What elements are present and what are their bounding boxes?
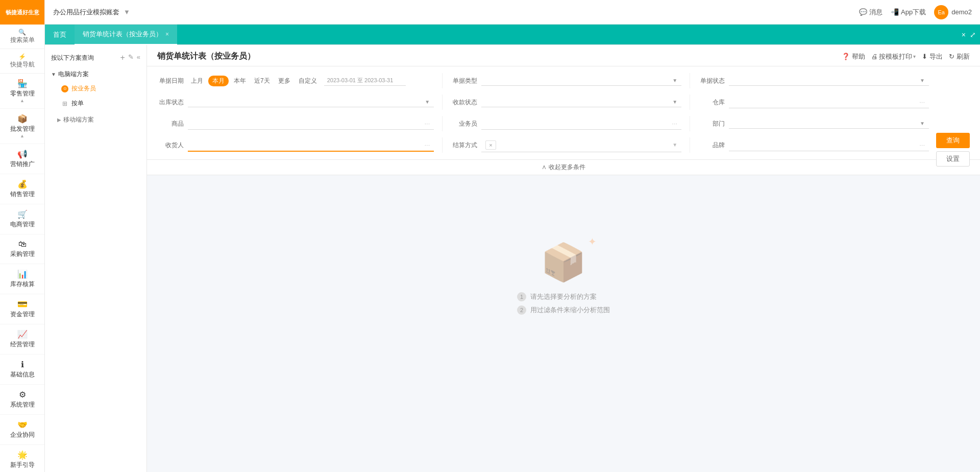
filter-outstatus: 出库状态 ▼ <box>157 94 434 110</box>
sidebar-item-purchase[interactable]: 🛍 采购管理 <box>0 234 44 264</box>
collapse-icon: ∧ <box>542 163 548 171</box>
search-menu-item[interactable]: 🔍 搜索菜单 <box>0 25 44 49</box>
message-button[interactable]: 💬 消息 <box>859 8 883 17</box>
filter-doctype: 单据类型 ▼ <box>451 73 681 89</box>
settings-button[interactable]: 设置 <box>936 151 970 167</box>
sidebar-item-marketing[interactable]: 📢 营销推广 <box>0 144 44 174</box>
recvstatus-select[interactable]: ▼ <box>481 97 681 107</box>
marketing-icon: 📢 <box>2 149 42 159</box>
sidebar-item-basic[interactable]: ℹ 基础信息 <box>0 355 44 385</box>
refresh-button[interactable]: ↻ 刷新 <box>949 52 970 61</box>
goods-dots: ··· <box>424 120 430 127</box>
recvstatus-label: 收款状态 <box>451 98 477 107</box>
left-panel-header: 按以下方案查询 + ✎ « <box>45 50 146 65</box>
sidebar-item-newbie[interactable]: 🌟 新手引导 <box>0 445 44 472</box>
add-scheme-icon[interactable]: + <box>120 53 125 62</box>
desktop-scheme-title[interactable]: ▼ 电脑端方案 <box>45 67 146 81</box>
retail-arrow: ▲ <box>2 98 42 103</box>
edit-scheme-icon[interactable]: ✎ <box>128 53 134 62</box>
date-tab-custom[interactable]: 自定义 <box>296 76 320 86</box>
settle-tag-close[interactable]: × <box>489 142 492 148</box>
header-title: 办公用品行业模拟账套 <box>53 8 119 17</box>
collapse-panel-icon[interactable]: « <box>137 53 140 62</box>
scheme-item-order[interactable]: ⊞ 按单 <box>45 96 146 111</box>
operations-icon: 📈 <box>2 329 42 339</box>
dept-select[interactable]: ▼ <box>729 119 929 129</box>
tab-home[interactable]: 首页 <box>45 25 75 45</box>
app-logo[interactable]: 畅捷通好生意 <box>0 0 44 25</box>
date-tab-thismonth[interactable]: 本月 <box>208 76 229 86</box>
refresh-label: 刷新 <box>957 52 970 61</box>
salesman-field[interactable]: ··· <box>481 117 681 130</box>
date-tab-more[interactable]: 更多 <box>275 76 293 86</box>
filter-date: 单据日期 上月 本月 本年 近7天 更多 自定义 20 <box>157 73 434 89</box>
collab-label: 企业协同 <box>2 431 42 439</box>
date-tab-thisyear[interactable]: 本年 <box>231 76 249 86</box>
separator-6 <box>690 116 690 131</box>
docstatus-select[interactable]: ▼ <box>729 76 929 86</box>
date-range-value[interactable]: 2023-03-01 至 2023-03-31 <box>324 76 406 86</box>
tab-sales-stat[interactable]: 销货单统计表（按业务员） × <box>75 25 177 45</box>
wholesale-icon: 📦 <box>2 114 42 124</box>
collapse-label: 收起更多条件 <box>549 163 585 171</box>
tabs-controls: × ⤢ <box>962 31 980 39</box>
sidebar-item-operations[interactable]: 📈 经营管理 <box>0 324 44 355</box>
print-label: 按模板打印 <box>879 52 912 61</box>
sidebar-item-sales[interactable]: 💰 销售管理 <box>0 174 44 204</box>
desktop-scheme-label: 电脑端方案 <box>58 70 89 79</box>
sidebar-item-wholesale[interactable]: 📦 批发管理 ▲ <box>0 109 44 144</box>
content-body: 📦 ✦ 1 请先选择要分析的方案 2 用过滤条件来缩小分析范围 <box>147 175 980 380</box>
sidebar-item-inventory[interactable]: 📊 库存核算 <box>0 264 44 294</box>
tab-close-icon[interactable]: × <box>165 31 169 38</box>
scheme-salesman-label: 按业务员 <box>71 84 96 93</box>
filter-row-3: 商品 ··· 业务员 ··· <box>157 115 929 132</box>
brand-dots: ··· <box>919 141 925 149</box>
date-tab-7days[interactable]: 近7天 <box>251 76 273 86</box>
filter-brand: 品牌 ··· <box>698 137 929 153</box>
help-button[interactable]: ❓ 帮助 <box>842 52 865 61</box>
docstatus-arrow: ▼ <box>920 78 925 83</box>
tab-close-button[interactable]: × <box>962 31 966 39</box>
purchase-icon: 🛍 <box>2 240 42 249</box>
outstatus-select[interactable]: ▼ <box>188 97 434 107</box>
goods-field[interactable]: ··· <box>188 117 434 130</box>
sidebar-item-finance[interactable]: 💳 资金管理 <box>0 294 44 324</box>
basic-icon: ℹ <box>2 360 42 369</box>
quick-nav-item[interactable]: ⚡ 快捷导航 <box>0 49 44 74</box>
tab-maximize-button[interactable]: ⤢ <box>970 31 976 39</box>
settle-field[interactable]: × ▼ <box>481 138 681 152</box>
basic-label: 基础信息 <box>2 370 42 379</box>
header-dropdown-icon[interactable]: ▼ <box>124 8 130 16</box>
sidebar-item-system[interactable]: ⚙ 系统管理 <box>0 385 44 415</box>
empty-tip-1: 1 请先选择要分析的方案 <box>517 292 610 301</box>
warehouse-dots: ··· <box>919 98 925 106</box>
dept-label: 部门 <box>698 120 725 128</box>
mobile-scheme-group[interactable]: ▶ 移动端方案 <box>45 113 146 127</box>
scheme-order-label: 按单 <box>71 99 84 108</box>
header-left: 办公用品行业模拟账套 ▼ <box>53 8 130 17</box>
ecommerce-label: 电商管理 <box>2 220 42 229</box>
sidebar-item-ecommerce[interactable]: 🛒 电商管理 <box>0 204 44 234</box>
search-icon: 🔍 <box>3 29 41 36</box>
warehouse-field[interactable]: ··· <box>729 96 929 108</box>
outstatus-label: 出库状态 <box>157 98 184 107</box>
desktop-scheme-group: ▼ 电脑端方案 ⊙ 按业务员 ⊞ 按单 <box>45 65 146 113</box>
scheme-active-dot: ⊙ <box>61 85 68 92</box>
collapse-button[interactable]: ∧ 收起更多条件 <box>542 163 585 171</box>
scheme-item-salesman[interactable]: ⊙ 按业务员 <box>45 81 146 96</box>
query-button[interactable]: 查询 <box>936 133 970 148</box>
print-button[interactable]: 🖨 按模板打印 ▾ <box>871 52 916 61</box>
app-download-button[interactable]: 📲 App下载 <box>891 8 926 17</box>
sidebar-item-collab[interactable]: 🤝 企业协同 <box>0 415 44 445</box>
date-tab-lastmonth[interactable]: 上月 <box>188 76 206 86</box>
user-initial: Ea <box>938 9 945 15</box>
consignee-field[interactable]: ··· <box>188 139 434 152</box>
export-button[interactable]: ⬇ 导出 <box>922 52 943 61</box>
logo-text: 畅捷通好生意 <box>6 9 39 16</box>
brand-field[interactable]: ··· <box>729 139 929 151</box>
collab-icon: 🤝 <box>2 420 42 430</box>
settle-arrow: ▼ <box>672 142 677 148</box>
user-profile[interactable]: Ea demo2 <box>934 5 972 19</box>
doctype-select[interactable]: ▼ <box>481 76 681 86</box>
sidebar-item-retail[interactable]: 🏪 零售管理 ▲ <box>0 74 44 109</box>
